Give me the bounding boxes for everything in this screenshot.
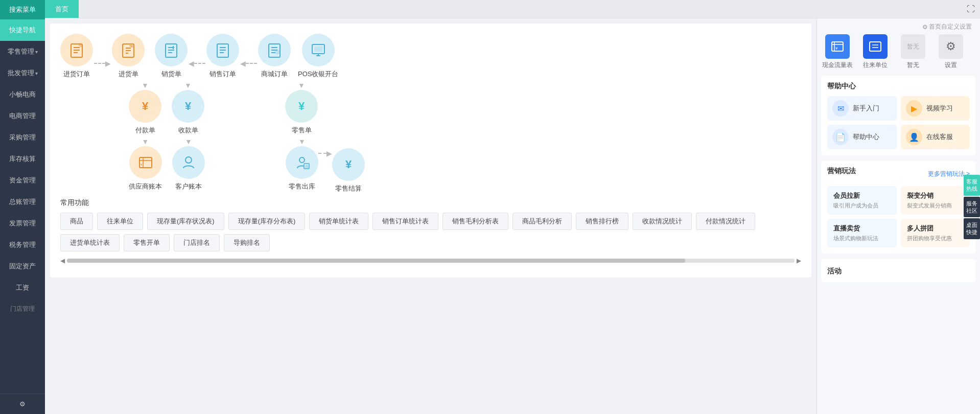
help-center-title: 帮助中心 (827, 82, 970, 91)
settings-link[interactable]: ⚙ 首页自定义设置 (922, 22, 972, 31)
marketing-section: 营销玩法 更多营销玩法 > 会员拉新 吸引用户成为会员 裂变分销 裂变式发展分销… (821, 160, 976, 254)
quick-icon-cashflow[interactable]: ¥ 现金流量表 (821, 34, 854, 70)
marketing-item-title: 裂变分销 (907, 191, 964, 200)
help-center-section: 帮助中心 ✉ 新手入门 ▶ 视频学习 📄 帮助中心 👤 (821, 76, 976, 155)
node-sales[interactable]: 销货单 (155, 34, 188, 79)
marketing-item-live[interactable]: 直播卖货 场景式购物新玩法 (827, 219, 897, 247)
node-purchase-order[interactable]: 进货订单 (60, 34, 93, 79)
help-item-video[interactable]: ▶ 视频学习 (901, 96, 970, 121)
node-label: 进货订单 (63, 70, 90, 79)
func-btn-payment-stat[interactable]: 付款情况统计 (696, 213, 755, 230)
v-arrow-4: ▼ (142, 138, 149, 145)
sidebar-item-purchase[interactable]: 采购管理 (0, 127, 45, 148)
sidebar-item-invoice[interactable]: 发票管理 (0, 213, 45, 234)
node-pos[interactable]: POS收银开台 (298, 34, 338, 79)
help-item-label: 新手入门 (853, 104, 879, 113)
func-btn-margin2[interactable]: 商品毛利分析 (512, 213, 572, 230)
col-retail-out: ▼ 出 零售出库 (286, 137, 318, 191)
arrow-h-1: ▶ (94, 59, 111, 67)
func-btn-goods[interactable]: 商品 (60, 213, 93, 230)
sidebar-item-label: 发票管理 (9, 219, 36, 228)
func-btn-guide-rank[interactable]: 导购排名 (224, 234, 270, 251)
help-item-label: 帮助中心 (853, 132, 879, 142)
sidebar-item-ecom[interactable]: 小畅电商 (0, 84, 45, 105)
func-btn-stock2[interactable]: 现存量(库存分布表) (228, 213, 306, 230)
node-label: 零售单 (292, 126, 312, 135)
col-retail: ▼ ¥ 零售单 (285, 81, 318, 135)
fullscreen-icon[interactable]: ⛶ (966, 4, 976, 14)
node-mall-order[interactable]: 商城订单 (258, 34, 291, 79)
person-icon: 👤 (906, 129, 922, 145)
help-item-docs[interactable]: 📄 帮助中心 (827, 125, 897, 149)
marketing-item-title: 会员拉新 (833, 191, 891, 200)
supplier-icon: ¥ (129, 146, 162, 179)
func-btn-stock1[interactable]: 现存量(库存状况表) (147, 213, 224, 230)
float-btn-service[interactable]: 客服热线 (964, 175, 980, 196)
right-panel: ⚙ 首页自定义设置 ¥ 现金流量表 (816, 18, 980, 414)
func-btn-order-stat[interactable]: 销售订单统计表 (372, 213, 438, 230)
sidebar-item-assets[interactable]: 固定资产 (0, 256, 45, 277)
common-func-title: 常用功能 (60, 198, 801, 208)
retail-settle-icon: ¥ (332, 148, 365, 181)
cashflow-icon: ¥ (825, 34, 850, 59)
sidebar-item-label: 工资 (16, 283, 29, 292)
node-label: 客户账本 (175, 182, 202, 191)
func-btn-purchase-stat[interactable]: 进货单统计表 (60, 234, 120, 251)
sidebar-item-salary[interactable]: 工资 (0, 277, 45, 298)
sidebar-item-label: 批发管理 (8, 68, 34, 78)
help-item-label: 在线客服 (926, 132, 953, 142)
sidebar-item-ecom-mgr[interactable]: 电商管理 (0, 105, 45, 127)
v-arrow-1: ▼ (142, 82, 149, 89)
node-label: 进货单 (119, 70, 138, 79)
help-item-service[interactable]: 👤 在线客服 (901, 125, 970, 149)
quick-icon-settings[interactable]: ⚙ 设置 (935, 34, 967, 70)
col-supplier: ▼ ¥ 供应商账本 (129, 137, 162, 191)
func-btn-margin1[interactable]: 销售毛利分析表 (442, 213, 508, 230)
func-btn-retail-order[interactable]: 零售开单 (124, 234, 170, 251)
tab-home[interactable]: 首页 (45, 0, 79, 18)
sidebar-item-inventory[interactable]: 库存核算 (0, 148, 45, 170)
sidebar-nav-active[interactable]: 快捷导航 (0, 19, 45, 41)
marketing-grid: 会员拉新 吸引用户成为会员 裂变分销 裂变式发展分销商 直播卖货 场景式购物新玩… (827, 186, 970, 247)
func-btn-ranking[interactable]: 销售排行榜 (576, 213, 628, 230)
scroll-left-icon[interactable]: ◀ (60, 257, 65, 264)
func-btn-contact[interactable]: 往来单位 (97, 213, 143, 230)
quick-icon-contact[interactable]: 往来单位 (859, 34, 892, 70)
float-btn-community[interactable]: 服务社区 (964, 197, 980, 218)
scrollbar[interactable] (67, 259, 795, 263)
node-label: 零售出库 (289, 182, 315, 191)
quick-icon-label: 现金流量表 (822, 61, 853, 70)
sidebar-search[interactable]: 搜索菜单 (0, 0, 45, 19)
sidebar-item-tax[interactable]: 税务管理 (0, 234, 45, 256)
scroll-right-icon[interactable]: ▶ (797, 257, 801, 264)
contact-icon (863, 34, 888, 59)
arrow-h-2: ◀ (189, 59, 205, 67)
marketing-item-member[interactable]: 会员拉新 吸引用户成为会员 (827, 186, 897, 215)
func-btn-sales-stat[interactable]: 销货单统计表 (309, 213, 368, 230)
func-btn-store-rank[interactable]: 门店排名 (174, 234, 220, 251)
node-purchase[interactable]: 进货单 (112, 34, 145, 79)
chevron-down-icon: ▾ (35, 71, 38, 76)
marketing-item-fission[interactable]: 裂变分销 裂变式发展分销商 (901, 186, 970, 215)
sidebar-item-wholesale[interactable]: 批发管理 ▾ (0, 62, 45, 84)
float-btn-desktop[interactable]: 桌面快捷 (964, 218, 980, 239)
quick-icon-label: 暂无 (907, 61, 919, 70)
sidebar-item-ledger[interactable]: 总账管理 (0, 191, 45, 213)
node-sales-order[interactable]: 销售订单 (206, 34, 239, 79)
marketing-item-desc: 吸引用户成为会员 (833, 202, 891, 210)
svg-rect-11 (314, 47, 322, 52)
sidebar-item-retail[interactable]: 零售管理 ▾ (0, 41, 45, 62)
func-btn-receipt-stat[interactable]: 收款情况统计 (633, 213, 692, 230)
sidebar-item-finance[interactable]: 资金管理 (0, 170, 45, 191)
sales-icon (155, 34, 188, 66)
arrow-h-3: ◀ (240, 59, 257, 67)
marketing-item-desc: 裂变式发展分销商 (907, 202, 964, 210)
help-item-beginner[interactable]: ✉ 新手入门 (827, 96, 897, 121)
scroll-thumb (67, 259, 685, 263)
marketing-item-group[interactable]: 多人拼团 拼团购物享受优惠 (901, 219, 970, 247)
help-grid: ✉ 新手入门 ▶ 视频学习 📄 帮助中心 👤 在线客服 (827, 96, 970, 149)
sidebar-item-store[interactable]: 门店管理 (0, 298, 45, 319)
quick-icon-empty[interactable]: 暂无 暂无 (897, 34, 929, 70)
v-arrow-2: ▼ (184, 82, 192, 89)
sidebar-settings-button[interactable]: ⚙ (0, 394, 45, 414)
